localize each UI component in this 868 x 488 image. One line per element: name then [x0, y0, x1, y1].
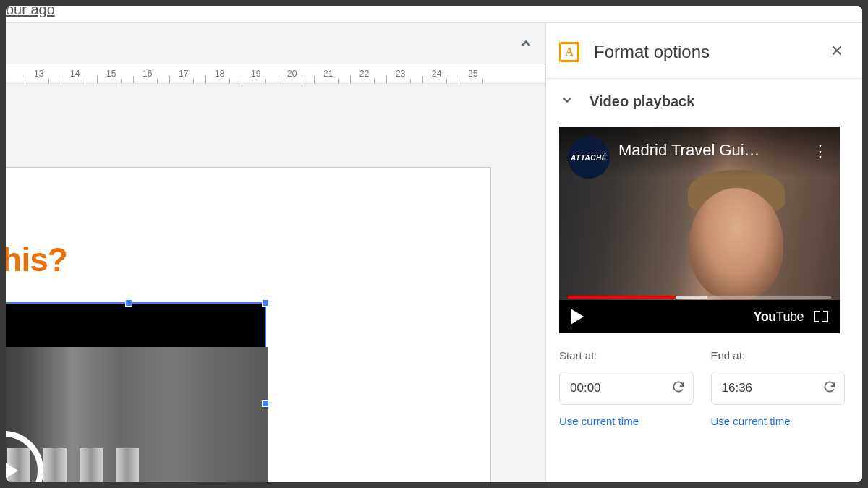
- end-time-field[interactable]: [722, 381, 823, 395]
- youtube-logo[interactable]: YouTube: [753, 309, 804, 325]
- resize-handle-mr[interactable]: [262, 400, 269, 407]
- video-title: Madrid Travel Gui…: [618, 141, 760, 160]
- use-current-time-end[interactable]: Use current time: [711, 415, 846, 427]
- last-edit-text[interactable]: our ago: [6, 6, 55, 18]
- chevron-down-icon: [559, 92, 575, 111]
- video-controls-bar: YouTube: [559, 300, 840, 333]
- video-thumbnail: [6, 347, 268, 482]
- start-at-input[interactable]: [559, 372, 694, 405]
- end-at-label: End at:: [711, 349, 846, 361]
- close-panel-button[interactable]: [829, 43, 845, 61]
- channel-badge[interactable]: ATTACHÉ: [568, 137, 610, 179]
- use-current-time-start[interactable]: Use current time: [559, 415, 694, 427]
- collapse-toolbar-icon[interactable]: [516, 35, 535, 59]
- refresh-start-icon[interactable]: [671, 380, 686, 397]
- format-options-icon: A: [559, 42, 579, 62]
- refresh-end-icon[interactable]: [822, 380, 837, 397]
- start-at-label: Start at:: [559, 349, 694, 361]
- start-time-field[interactable]: [570, 381, 671, 395]
- progress-bar[interactable]: [568, 296, 831, 299]
- slide-title-text[interactable]: this?: [6, 240, 67, 279]
- horizontal-ruler[interactable]: 213141516171819202122232425: [6, 64, 545, 84]
- more-options-icon[interactable]: ⋮: [812, 142, 830, 161]
- panel-title: Format options: [594, 42, 829, 62]
- selected-video-object[interactable]: [6, 302, 266, 482]
- play-button[interactable]: [571, 309, 584, 325]
- fullscreen-icon[interactable]: [814, 311, 828, 322]
- app-topbar: our ago: [6, 6, 862, 23]
- resize-handle-tr[interactable]: [262, 299, 269, 307]
- end-at-input[interactable]: [711, 372, 846, 405]
- video-preview[interactable]: ATTACHÉ Madrid Travel Gui… ⋮ YouTube: [559, 127, 840, 333]
- section-title: Video playback: [590, 93, 694, 110]
- slide[interactable]: this?: [6, 168, 490, 482]
- video-playback-section-header[interactable]: Video playback: [559, 92, 845, 111]
- slide-canvas[interactable]: 213141516171819202122232425 this?: [6, 23, 545, 482]
- format-options-panel: A Format options Video playback: [545, 23, 862, 482]
- resize-handle-tm[interactable]: [125, 299, 132, 307]
